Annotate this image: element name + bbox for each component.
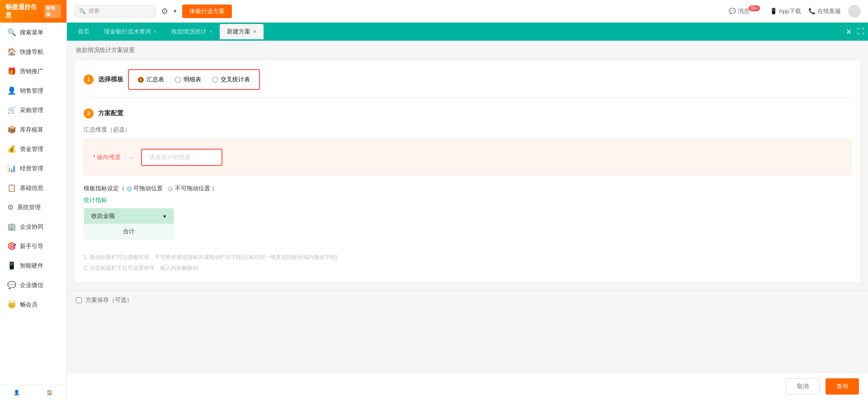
- dimension-row: * 纵向维度 → 请选择分组维度: [93, 149, 842, 166]
- tab-bank-flow-label: 现金银行流水查询: [104, 28, 151, 36]
- section2-header: 2 方案配置: [84, 108, 851, 118]
- tab-new-plan-label: 新建方案: [227, 28, 250, 36]
- save-label: 方案保存（可选）: [85, 296, 132, 304]
- sidebar-item-quick-nav[interactable]: 🏠 快捷导航: [0, 42, 66, 61]
- sidebar-item-wechat[interactable]: 💬 企业微信: [0, 275, 66, 295]
- sidebar-item-marketing[interactable]: 🎁 营销推广: [0, 61, 66, 81]
- radio-cross[interactable]: 交叉统计表: [212, 75, 250, 84]
- content-body: 1 选择模板 汇总表 明细表 交叉统计表: [74, 60, 861, 283]
- sidebar-item-label: 快捷导航: [20, 48, 43, 56]
- gift-icon: 🎁: [7, 67, 16, 75]
- save-checkbox[interactable]: [76, 297, 82, 303]
- phone-icon: 📱: [7, 261, 16, 270]
- sidebar-item-guide[interactable]: 🎯 新手引导: [0, 236, 66, 256]
- radio-cross-input[interactable]: [212, 77, 218, 83]
- gear-icon: ⚙: [7, 203, 14, 212]
- service-icon: 📞: [808, 8, 816, 14]
- template-selector: 汇总表 明细表 交叉统计表: [128, 69, 260, 90]
- tab-home-label: 首页: [78, 28, 90, 36]
- radio-cross-label: 交叉统计表: [221, 75, 250, 84]
- expand-icon[interactable]: ⛶: [857, 28, 864, 36]
- user-icon: 👤: [7, 86, 16, 95]
- sidebar-item-operations[interactable]: 📊 经营管理: [0, 159, 66, 178]
- sidebar-item-label: 畅会员: [20, 301, 38, 309]
- settings-icon[interactable]: ⚙: [161, 6, 168, 16]
- radio-summary-input[interactable]: [138, 77, 144, 83]
- sidebar-item-label: 系统管理: [17, 203, 41, 212]
- page-content: 收款情况统计方案设置 1 选择模板 汇总表 明细表: [67, 41, 868, 372]
- online-service-btn[interactable]: 📞 在线客服: [808, 7, 841, 15]
- app-download-btn[interactable]: 📱 App下载: [770, 7, 801, 15]
- home-icon: 🏠: [7, 47, 16, 56]
- tip1-text: 1. 拖动标题栏可以调整布局，不可跨维度或指标区域拖动栏目字段(只能在同一维度或…: [84, 252, 337, 263]
- sidebar-bottom-home[interactable]: 🏠: [47, 390, 53, 395]
- radio-summary[interactable]: 汇总表: [138, 75, 164, 84]
- header-right: 💬 消息 99+ 📱 App下载 📞 在线客服: [729, 5, 861, 18]
- tips-section: 1. 拖动标题栏可以调整布局，不可跨维度或指标区域拖动栏目字段(只能在同一维度或…: [84, 252, 851, 273]
- radio-detail-input[interactable]: [175, 77, 181, 83]
- sidebar: 畅捷通好生意 标准版 🔍 搜索菜单 🏠 快捷导航 🎁 营销推广 👤 销售管理 🛒…: [0, 0, 67, 400]
- section2-number: 2: [84, 108, 94, 118]
- sidebar-item-search-menu[interactable]: 🔍 搜索菜单: [0, 23, 66, 42]
- tab-receipt-stats[interactable]: 收款情况统计 ×: [164, 24, 220, 39]
- app-name: 畅捷通好生意: [5, 3, 42, 19]
- column-header-label: 收款金额: [91, 212, 115, 220]
- tab-receipt-stats-close[interactable]: ×: [209, 28, 212, 35]
- user-profile[interactable]: [848, 5, 861, 18]
- tab-new-plan-close[interactable]: ×: [253, 28, 256, 35]
- close-window-icon[interactable]: ✕: [846, 28, 852, 36]
- sidebar-item-purchase[interactable]: 🛒 采购管理: [0, 100, 66, 120]
- sidebar-item-label: 经营管理: [20, 165, 43, 173]
- sidebar-item-system[interactable]: ⚙ 系统管理: [0, 198, 66, 217]
- sidebar-item-member[interactable]: 👑 畅会员: [0, 295, 66, 314]
- header-left: 🔍 搜索 ⚙ ▾ 体验行业方案: [74, 5, 232, 18]
- breadcrumb: 收款情况统计方案设置: [67, 41, 868, 60]
- bottom-bar: 取消 查询: [67, 372, 868, 400]
- sidebar-bottom-user[interactable]: 👤: [14, 390, 20, 395]
- crown-icon: 👑: [7, 300, 16, 309]
- app-download-label: App下载: [779, 7, 801, 15]
- tab-bank-flow[interactable]: 现金银行流水查询 ×: [97, 24, 164, 39]
- cart-icon: 🛒: [7, 106, 16, 114]
- sidebar-item-label: 销售管理: [20, 87, 43, 95]
- tab-bank-flow-close[interactable]: ×: [154, 28, 157, 35]
- sidebar-item-label: 智能硬件: [20, 262, 43, 270]
- main-container: 🔍 搜索 ⚙ ▾ 体验行业方案 💬 消息 99+ 📱 App下载 📞 在线客服: [67, 0, 868, 400]
- chat-icon: 💬: [7, 281, 16, 289]
- notification-badge: 99+: [749, 5, 760, 11]
- tab-new-plan[interactable]: 新建方案 ×: [220, 24, 264, 39]
- sidebar-item-label: 新手引导: [20, 242, 43, 250]
- sidebar-item-label: 企业协同: [20, 223, 43, 231]
- dimension-selector[interactable]: 请选择分组维度: [141, 149, 222, 166]
- notification-btn[interactable]: 💬 消息 99+: [729, 7, 763, 15]
- breadcrumb-text: 收款情况统计方案设置: [76, 47, 135, 53]
- metrics-table: 收款金额 ▾ 合计: [84, 208, 174, 240]
- sidebar-item-finance[interactable]: 💰 资金管理: [0, 139, 66, 159]
- sidebar-bottom: 👤 🏠: [0, 385, 66, 400]
- sidebar-item-hardware[interactable]: 📱 智能硬件: [0, 256, 66, 275]
- sidebar-item-sales[interactable]: 👤 销售管理: [0, 81, 66, 100]
- box-icon: 📦: [7, 125, 16, 134]
- tip1: 1. 拖动标题栏可以调整布局，不可跨维度或指标区域拖动栏目字段(只能在同一维度或…: [84, 252, 851, 263]
- tip2-text: 2. 点击标题栏下拉可设置排序、插入列和删除列: [84, 263, 198, 273]
- industry-btn[interactable]: 体验行业方案: [182, 5, 232, 18]
- header: 🔍 搜索 ⚙ ▾ 体验行业方案 💬 消息 99+ 📱 App下载 📞 在线客服: [67, 0, 868, 23]
- radio-detail[interactable]: 明细表: [175, 75, 201, 84]
- tabs-bar: 首页 现金银行流水查询 × 收款情况统计 × 新建方案 × ✕ ⛶: [67, 23, 868, 41]
- chevron-down-icon[interactable]: ▾: [174, 8, 177, 14]
- money-icon: 💰: [7, 145, 16, 153]
- cancel-button[interactable]: 取消: [786, 378, 820, 395]
- tab-home[interactable]: 首页: [71, 24, 97, 39]
- sidebar-item-inventory[interactable]: 📦 库存核算: [0, 120, 66, 139]
- legend-draggable-dot: [127, 186, 132, 192]
- dropdown-icon[interactable]: ▾: [163, 213, 166, 220]
- search-menu-icon: 🔍: [7, 28, 16, 37]
- query-button[interactable]: 查询: [826, 378, 859, 395]
- sidebar-item-label: 采购管理: [20, 106, 43, 114]
- save-option[interactable]: 方案保存（可选）: [76, 296, 859, 304]
- section-divider: [84, 97, 851, 98]
- sidebar-item-enterprise[interactable]: 🏢 企业协同: [0, 217, 66, 236]
- search-bar[interactable]: 🔍 搜索: [74, 5, 156, 17]
- sidebar-item-basic-info[interactable]: 📋 基础信息: [0, 178, 66, 198]
- sidebar-item-label: 库存核算: [20, 126, 43, 134]
